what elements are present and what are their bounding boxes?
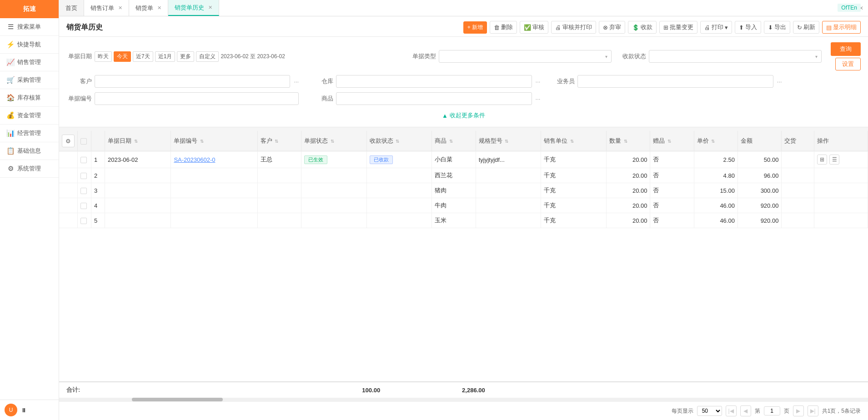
col-doc-status[interactable]: 单据状态 ⇅	[301, 131, 366, 151]
print-button[interactable]: 🖨 打印 ▾	[700, 21, 732, 34]
refresh-button[interactable]: ↻ 刷新	[793, 21, 819, 34]
col-date[interactable]: 单据日期 ⇅	[105, 131, 171, 151]
doc-type-select[interactable]: ▾	[439, 50, 612, 63]
filter-row-1: 单据日期 昨天 今天 近7天 近1月 更多 自定义 2023-06-02 至 2…	[66, 42, 861, 70]
customer-input[interactable]	[95, 75, 290, 88]
abandon-button[interactable]: ⊗ 弃审	[599, 21, 625, 34]
row-amount-cell: 300.00	[738, 183, 781, 198]
warehouse-dots[interactable]: ···	[536, 78, 541, 85]
tab-bar: 首页 销售订单 ✕ 销货单 ✕ 销货单历史 ✕ ✕ OfTEn	[59, 0, 868, 16]
op-more-btn[interactable]: ☰	[829, 155, 839, 165]
row-checkbox[interactable]	[80, 157, 87, 163]
header-checkbox[interactable]	[80, 138, 87, 145]
sidebar-item-sys-mgmt[interactable]: ⚙ 系统管理	[0, 160, 59, 178]
row-checkbox-cell	[78, 183, 91, 198]
col-pay-status[interactable]: 收款状态 ⇅	[366, 131, 432, 151]
col-doc-no[interactable]: 单据编号 ⇅	[171, 131, 257, 151]
warehouse-input[interactable]	[336, 75, 532, 88]
review-button[interactable]: ✅ 审核	[520, 21, 548, 34]
doc-no-link[interactable]: SA-20230602-0	[174, 156, 215, 163]
col-gift[interactable]: 赠品 ⇅	[650, 131, 694, 151]
page-input[interactable]	[764, 406, 780, 415]
sidebar-item-inventory[interactable]: 🏠 库存核算	[0, 89, 59, 107]
col-customer[interactable]: 客户 ⇅	[257, 131, 301, 151]
settings-button[interactable]: 设置	[835, 58, 861, 70]
op-view-btn[interactable]: ⊞	[817, 155, 827, 165]
col-goods[interactable]: 商品 ⇅	[432, 131, 476, 151]
date-7days[interactable]: 近7天	[133, 51, 153, 62]
collapse-button[interactable]: ▲ 收起更多条件	[66, 110, 861, 121]
row-checkbox[interactable]	[80, 188, 87, 194]
delete-button[interactable]: 🗑 删除	[490, 21, 517, 34]
show-detail-button[interactable]: ▤ 显示明细	[822, 21, 861, 34]
goods-dots[interactable]: ···	[536, 95, 541, 102]
row-checkbox[interactable]	[80, 173, 87, 179]
tab-sales-goods-close[interactable]: ✕	[157, 5, 161, 11]
tab-sales-goods[interactable]: 销货单 ✕	[129, 0, 168, 16]
tab-sales-order[interactable]: 销售订单 ✕	[84, 0, 129, 16]
sidebar-collapse-icon[interactable]: ⏸	[21, 407, 27, 414]
col-settings[interactable]: ⚙	[59, 131, 78, 151]
col-unit[interactable]: 销售单位 ⇅	[541, 131, 607, 151]
row-no-cell: 1	[91, 151, 105, 168]
sidebar-item-quick-nav[interactable]: ⚡ 快捷导航	[0, 36, 59, 54]
col-unit-price[interactable]: 单价 ⇅	[694, 131, 738, 151]
date-more[interactable]: 更多	[177, 51, 194, 62]
table-header-row: ⚙ 单据日期 ⇅ 单据编号 ⇅ 客户 ⇅ 单据状态 ⇅ 收款状态 ⇅ 商品 ⇅ …	[59, 131, 868, 151]
row-checkbox[interactable]	[80, 203, 87, 209]
filter-row-3: 单据编号 商品 ···	[66, 92, 861, 105]
sidebar-item-operation[interactable]: 📊 经营管理	[0, 125, 59, 142]
date-custom[interactable]: 自定义	[196, 51, 219, 62]
row-gift-cell: 否	[650, 213, 694, 228]
prev-page-button[interactable]: ◀	[740, 405, 751, 416]
sidebar-item-purchase-mgmt[interactable]: 🛒 采购管理	[0, 71, 59, 89]
row-customer-cell	[257, 213, 301, 228]
query-button[interactable]: 查询	[831, 42, 861, 56]
date-1month[interactable]: 近1月	[155, 51, 176, 62]
date-yesterday[interactable]: 昨天	[95, 51, 112, 62]
export-button[interactable]: ⬇ 导出	[764, 21, 790, 34]
sidebar-item-finance[interactable]: 💰 资金管理	[0, 107, 59, 125]
payment-status-select[interactable]: ▾	[649, 50, 822, 63]
row-goods-cell: 小白菜	[432, 151, 476, 168]
doc-no-input[interactable]	[95, 92, 299, 105]
date-today[interactable]: 今天	[114, 51, 131, 62]
last-page-button[interactable]: ▶|	[808, 405, 818, 416]
row-unit-cell: 千克	[541, 198, 607, 213]
import-button[interactable]: ⬆ 导入	[735, 21, 761, 34]
collect-icon: 💲	[632, 24, 639, 31]
scrollbar-thumb[interactable]	[132, 398, 223, 401]
tab-sales-history-close[interactable]: ✕	[208, 5, 212, 10]
sidebar-item-sales-mgmt[interactable]: 📈 销售管理	[0, 54, 59, 71]
collect-button[interactable]: 💲 收款	[628, 21, 657, 34]
page-size-select[interactable]: 50 100 200	[697, 406, 722, 416]
row-settings-cell	[59, 151, 78, 168]
row-unit-cell: 千克	[541, 213, 607, 228]
first-page-button[interactable]: |◀	[726, 405, 737, 416]
sidebar-item-basic-info[interactable]: 📋 基础信息	[0, 142, 59, 160]
tab-sales-history[interactable]: 销货单历史 ✕	[168, 0, 219, 16]
col-qty[interactable]: 数量 ⇅	[607, 131, 650, 151]
row-pay-status-cell	[366, 198, 432, 213]
col-spec[interactable]: 规格型号 ⇅	[476, 131, 541, 151]
review-print-button[interactable]: 🖨 审核并打印	[551, 21, 596, 34]
next-page-button[interactable]: ▶	[793, 405, 804, 416]
sidebar-item-label: 销售管理	[17, 58, 41, 66]
row-checkbox[interactable]	[80, 218, 87, 224]
row-amount-cell: 50.00	[738, 151, 781, 168]
sales-rep-input[interactable]	[577, 75, 773, 88]
tab-sales-order-close[interactable]: ✕	[118, 5, 122, 11]
goods-input[interactable]	[336, 92, 532, 105]
often-tag: OfTEn	[838, 4, 861, 12]
customer-dots[interactable]: ···	[294, 78, 299, 85]
finance-icon: 💰	[6, 111, 15, 120]
new-button[interactable]: + 新增	[463, 21, 487, 34]
total-values: 100.00 2,286.00	[89, 387, 485, 394]
sales-rep-dots[interactable]: ···	[777, 78, 782, 85]
sidebar-item-search-menu[interactable]: ☰ 搜索菜单	[0, 18, 59, 36]
sidebar-item-label: 资金管理	[17, 111, 41, 120]
settings-gear-icon[interactable]: ⚙	[62, 135, 75, 147]
horizontal-scrollbar[interactable]	[59, 398, 868, 401]
batch-change-button[interactable]: ⊞ 批量变更	[659, 21, 697, 34]
tab-home[interactable]: 首页	[59, 0, 84, 16]
